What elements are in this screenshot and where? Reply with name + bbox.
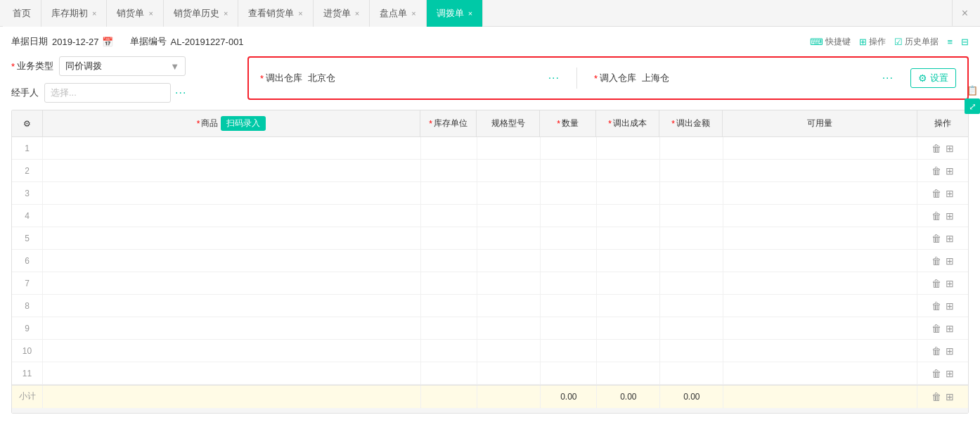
row-delete-icon-2[interactable]: 🗑 <box>931 165 941 177</box>
row-copy-icon-5[interactable]: ⊞ <box>946 233 954 244</box>
row-qty-9[interactable] <box>541 317 597 340</box>
tab-transfer[interactable]: 调拨单 × <box>427 0 483 27</box>
row-product-10[interactable] <box>43 340 421 362</box>
row-delete-icon-7[interactable]: 🗑 <box>931 278 941 289</box>
row-delete-icon-6[interactable]: 🗑 <box>931 255 941 267</box>
row-unit-2[interactable] <box>421 160 477 182</box>
close-tab-2[interactable]: × <box>148 9 153 18</box>
row-qty-1[interactable] <box>541 137 597 160</box>
close-tab-5[interactable]: × <box>355 9 359 18</box>
scan-button[interactable]: 扫码录入 <box>221 116 266 131</box>
biz-type-input[interactable]: 同价调拨 ▼ <box>59 56 186 76</box>
row-product-11[interactable] <box>43 362 421 385</box>
tab-inventory-init[interactable]: 库存期初 × <box>41 0 107 27</box>
menu-button[interactable]: ≡ <box>947 37 953 47</box>
row-unit-3[interactable] <box>421 182 477 205</box>
row-qty-10[interactable] <box>541 340 597 362</box>
row-spec-11[interactable] <box>477 362 541 385</box>
th-gear[interactable]: ⚙ <box>12 110 43 137</box>
close-tab-1[interactable]: × <box>92 9 96 18</box>
row-cost-5[interactable] <box>597 227 660 250</box>
tab-inventory[interactable]: 盘点单 × <box>370 0 426 27</box>
row-qty-11[interactable] <box>541 362 597 385</box>
row-qty-5[interactable] <box>541 227 597 250</box>
row-amount-7[interactable] <box>660 272 723 295</box>
row-spec-6[interactable] <box>477 250 541 272</box>
row-cost-10[interactable] <box>597 340 660 362</box>
row-spec-5[interactable] <box>477 227 541 250</box>
row-amount-9[interactable] <box>660 317 723 340</box>
subtotal-delete-icon[interactable]: 🗑 <box>931 391 941 402</box>
history-doc-button[interactable]: ☑ 历史单据 <box>894 36 939 48</box>
row-product-7[interactable] <box>43 272 421 295</box>
row-product-8[interactable] <box>43 295 421 317</box>
row-cost-6[interactable] <box>597 250 660 272</box>
row-product-4[interactable] <box>43 205 421 227</box>
row-copy-icon-4[interactable]: ⊞ <box>946 210 954 222</box>
settings-button[interactable]: ⚙ 设置 <box>910 68 956 88</box>
row-delete-icon-8[interactable]: 🗑 <box>931 300 941 312</box>
row-unit-6[interactable] <box>421 250 477 272</box>
tab-sales-history[interactable]: 销货单历史 × <box>164 0 238 27</box>
row-spec-9[interactable] <box>477 317 541 340</box>
row-delete-icon-5[interactable]: 🗑 <box>931 233 941 244</box>
row-delete-icon-10[interactable]: 🗑 <box>931 345 941 357</box>
row-cost-3[interactable] <box>597 182 660 205</box>
row-copy-icon-9[interactable]: ⊞ <box>946 323 954 334</box>
tab-purchase[interactable]: 进货单 × <box>314 0 370 27</box>
row-product-6[interactable] <box>43 250 421 272</box>
row-unit-8[interactable] <box>421 295 477 317</box>
row-cost-4[interactable] <box>597 205 660 227</box>
row-cost-7[interactable] <box>597 272 660 295</box>
row-product-9[interactable] <box>43 317 421 340</box>
row-unit-7[interactable] <box>421 272 477 295</box>
row-copy-icon-3[interactable]: ⊞ <box>946 188 954 199</box>
row-product-3[interactable] <box>43 182 421 205</box>
row-spec-10[interactable] <box>477 340 541 362</box>
row-delete-icon-4[interactable]: 🗑 <box>931 210 941 222</box>
row-unit-4[interactable] <box>421 205 477 227</box>
row-delete-icon-9[interactable]: 🗑 <box>931 323 941 334</box>
handler-more-icon[interactable]: ··· <box>175 87 186 99</box>
row-amount-5[interactable] <box>660 227 723 250</box>
row-cost-11[interactable] <box>597 362 660 385</box>
in-warehouse-more-icon[interactable]: ··· <box>882 72 894 84</box>
row-delete-icon-1[interactable]: 🗑 <box>931 143 941 154</box>
operation-button[interactable]: ⊞ 操作 <box>859 36 886 48</box>
row-amount-10[interactable] <box>660 340 723 362</box>
row-copy-icon-8[interactable]: ⊞ <box>946 300 954 312</box>
row-qty-8[interactable] <box>541 295 597 317</box>
row-qty-4[interactable] <box>541 205 597 227</box>
sidebar-doc-icon[interactable]: 📋 <box>965 83 979 97</box>
close-tab-3[interactable]: × <box>224 9 228 18</box>
row-unit-5[interactable] <box>421 227 477 250</box>
row-unit-10[interactable] <box>421 340 477 362</box>
tab-sales-order[interactable]: 销货单 × <box>107 0 163 27</box>
horizontal-scrollbar[interactable] <box>12 407 968 413</box>
tab-view-sales[interactable]: 查看销货单 × <box>238 0 313 27</box>
close-tab-4[interactable]: × <box>298 9 302 18</box>
shortcut-button[interactable]: ⌨ 快捷键 <box>810 36 851 48</box>
row-cost-9[interactable] <box>597 317 660 340</box>
row-spec-8[interactable] <box>477 295 541 317</box>
row-spec-7[interactable] <box>477 272 541 295</box>
row-amount-2[interactable] <box>660 160 723 182</box>
row-product-1[interactable] <box>43 137 421 160</box>
row-copy-icon-11[interactable]: ⊞ <box>946 368 954 379</box>
row-copy-icon-7[interactable]: ⊞ <box>946 278 954 289</box>
row-spec-3[interactable] <box>477 182 541 205</box>
row-copy-icon-1[interactable]: ⊞ <box>946 143 954 154</box>
row-copy-icon-10[interactable]: ⊞ <box>946 345 954 357</box>
window-close-button[interactable]: × <box>952 0 977 27</box>
row-spec-4[interactable] <box>477 205 541 227</box>
row-amount-8[interactable] <box>660 295 723 317</box>
row-qty-2[interactable] <box>541 160 597 182</box>
row-amount-3[interactable] <box>660 182 723 205</box>
row-copy-icon-2[interactable]: ⊞ <box>946 165 954 177</box>
close-tab-6[interactable]: × <box>411 9 415 18</box>
row-amount-4[interactable] <box>660 205 723 227</box>
row-qty-7[interactable] <box>541 272 597 295</box>
row-unit-1[interactable] <box>421 137 477 160</box>
row-qty-3[interactable] <box>541 182 597 205</box>
row-cost-1[interactable] <box>597 137 660 160</box>
